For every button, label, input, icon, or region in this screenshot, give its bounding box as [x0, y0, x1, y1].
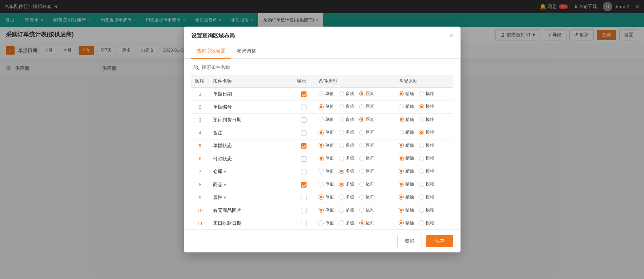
dialog-close-btn[interactable]: × — [449, 32, 453, 39]
modal-overlay: 设置查询区域布局 × 查询字段设置 布局调整 🔍 顺序 — [0, 0, 644, 75]
tab-query-fields[interactable]: 查询字段设置 — [191, 44, 231, 59]
search-row: 🔍 — [184, 59, 461, 75]
search-icon: 🔍 — [193, 64, 199, 70]
tab-layout[interactable]: 布局调整 — [231, 44, 262, 59]
dialog-title: 设置查询区域布局 — [191, 32, 235, 39]
dialog-tabs: 查询字段设置 布局调整 — [184, 44, 461, 59]
settings-dialog: 设置查询区域布局 × 查询字段设置 布局调整 🔍 顺序 — [184, 27, 461, 75]
dialog-header: 设置查询区域布局 × — [184, 27, 461, 44]
search-input[interactable] — [202, 64, 260, 70]
search-wrap: 🔍 — [191, 63, 264, 72]
